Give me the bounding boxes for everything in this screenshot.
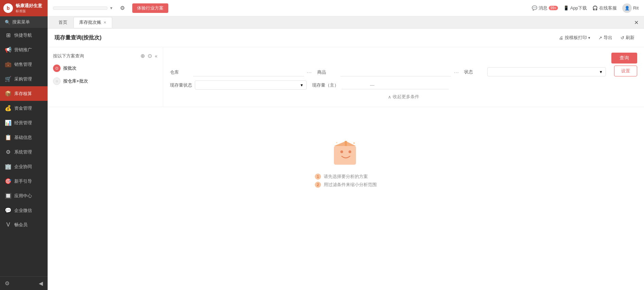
quantity-min-input[interactable] [341,83,369,88]
footer-settings-icon[interactable]: ⚙ [5,280,10,287]
scheme-by-warehouse-batch[interactable]: ○ 按仓库+批次 [48,75,163,88]
empty-tip-2: 2 用过滤条件来缩小分析范围 [315,182,377,188]
sidebar-search[interactable]: 🔍 搜索菜单 [0,16,48,28]
status-select[interactable]: ▾ [487,67,606,76]
warehouse-more-icon[interactable]: ··· [307,69,312,76]
status-field: 状态 ▾ [464,67,606,76]
svg-point-4 [340,150,343,153]
tab-bar: 首页 库存批次账 ✕ ✕ [48,16,644,29]
nav-icon: ⚙ [5,149,12,155]
sidebar-item-appcenter[interactable]: 🔲 应用中心 [0,188,48,203]
tab-panel-close-icon[interactable]: ✕ [634,19,639,25]
query-button[interactable]: 查询 [611,53,637,64]
warehouse-input[interactable] [193,68,304,76]
scheme-inactive-icon: ○ [53,77,61,85]
collapse-more-row[interactable]: ∧ 收起更多条件 [170,92,637,101]
quantity-field: 现存量（主） — [312,81,449,89]
sidebar-item-member[interactable]: V 畅会员 [0,218,48,232]
sidebar-item-inventory[interactable]: 📦 库存核算 [0,86,48,101]
nav-icon: 📦 [5,90,12,97]
app-download-action[interactable]: 📱 App下载 [563,5,587,11]
empty-tip-1: 1 请先选择要分析的方案 [315,174,377,180]
page-header: 现存量查询(按批次) 🖨 按模板打印 ▾ ↗ 导出 ↺ 刷新 [48,29,644,47]
sidebar-header: b 畅康通好生意 标准版 [0,0,48,16]
nav-icon: 🛒 [5,76,12,82]
filter-area: 按以下方案查询 ⊕ ⊙ « ⊙ 按批次 ○ 按仓库+批次 [48,47,644,107]
topbar: ▾ ⚙ 体验行业方案 💬 消息 99+ 📱 App下载 🎧 在线客服 👤 Rit [48,0,644,16]
print-template-btn[interactable]: 🖨 按模板打印 ▾ [556,33,593,42]
inventory-status-dropdown-icon: ▾ [301,83,303,88]
message-action[interactable]: 💬 消息 99+ [532,5,558,11]
sidebar-item-marketing[interactable]: 📢 营销推广 [0,42,48,57]
tab-inventory-batch[interactable]: 库存批次账 ✕ [73,17,112,28]
scheme-active-icon: ⊙ [53,65,61,72]
action-buttons: 查询 设置 [611,53,637,76]
sidebar-item-operations[interactable]: 📊 经营管理 [0,115,48,130]
page-title: 现存量查询(按批次) [54,34,102,41]
empty-tips: 1 请先选择要分析的方案 2 用过滤条件来缩小分析范围 [315,174,377,188]
sidebar-item-enterprise[interactable]: 🏢 企业协同 [0,159,48,174]
trial-industry-btn[interactable]: 体验行业方案 [132,3,168,13]
tab-close-icon[interactable]: ✕ [103,20,106,25]
svg-text:✦: ✦ [336,141,338,144]
topbar-settings-btn[interactable]: ⚙ [115,3,130,13]
nav-icon: 💬 [5,207,12,214]
message-badge: 99+ [549,6,558,10]
scheme-by-batch[interactable]: ⊙ 按批次 [48,62,163,75]
nav-icon: 📋 [5,134,12,141]
app-title: 畅康通好生意 标准版 [16,3,42,13]
topbar-right: 💬 消息 99+ 📱 App下载 🎧 在线客服 👤 Rit [532,3,639,13]
export-icon: ↗ [598,35,602,40]
collapse-scheme-icon[interactable]: « [155,53,157,59]
collapse-chevron-icon: ∧ [388,94,391,99]
headset-icon: 🎧 [592,5,598,11]
sidebar-item-basic[interactable]: 📋 基础信息 [0,130,48,145]
topbar-dropdown-icon[interactable]: ▾ [110,5,113,11]
sidebar-item-newguide[interactable]: 🎯 新手引导 [0,174,48,188]
nav-icon: 📢 [5,47,12,53]
online-service-action[interactable]: 🎧 在线客服 [592,5,617,11]
export-btn[interactable]: ↗ 导出 [596,33,615,42]
product-more-icon[interactable]: ··· [454,69,459,76]
content-area: 现存量查询(按批次) 🖨 按模板打印 ▾ ↗ 导出 ↺ 刷新 [48,29,644,290]
nav-icon: 🏢 [5,163,12,170]
quantity-max-input[interactable] [376,83,403,88]
print-dropdown-icon[interactable]: ▾ [588,36,590,40]
product-input[interactable] [340,68,451,76]
sidebar-nav: ⊞ 快捷导航 📢 营销推广 💼 销售管理 🛒 采购管理 📦 库存核算 💰 资金管… [0,28,48,276]
add-scheme-icon[interactable]: ⊕ [140,53,145,59]
page-actions: 🖨 按模板打印 ▾ ↗ 导出 ↺ 刷新 [556,33,637,42]
sidebar-item-system[interactable]: ⚙ 系统管理 [0,145,48,159]
sidebar-item-finance[interactable]: 💰 资金管理 [0,101,48,115]
sidebar-item-quick-nav[interactable]: ⊞ 快捷导航 [0,28,48,42]
app-logo: b [3,3,13,13]
refresh-btn[interactable]: ↺ 刷新 [618,33,637,42]
sidebar-item-wechat[interactable]: 💬 企业微信 [0,203,48,218]
filter-fields-panel: 仓库 ··· 商品 ··· 状态 ▾ [163,47,644,107]
user-profile[interactable]: 👤 Rit [622,3,639,13]
nav-icon: 💼 [5,61,12,68]
empty-state: ✦ ✦ 1 请先选择要分析的方案 2 用过滤条件来缩小分析范围 [48,107,644,215]
sidebar-item-purchase[interactable]: 🛒 采购管理 [0,72,48,86]
svg-rect-0 [334,146,356,165]
refresh-icon: ↺ [621,35,624,40]
filter-scheme-header: 按以下方案查询 ⊕ ⊙ « [48,51,163,62]
settings-button[interactable]: 设置 [614,66,637,76]
svg-point-5 [349,150,351,153]
phone-icon: 📱 [563,5,569,11]
filter-scheme-panel: 按以下方案查询 ⊕ ⊙ « ⊙ 按批次 ○ 按仓库+批次 [48,47,163,107]
print-icon: 🖨 [559,35,563,40]
inventory-status-select[interactable]: ▾ [195,80,307,90]
topbar-search-input[interactable] [53,6,107,10]
nav-icon: 🎯 [5,178,12,184]
nav-icon: 🔲 [5,193,12,199]
tab-home[interactable]: 首页 [53,17,73,28]
scheme-actions: ⊕ ⊙ « [140,53,157,59]
avatar: 👤 [622,3,632,13]
empty-svg: ✦ ✦ [329,134,363,168]
settings-scheme-icon[interactable]: ⊙ [148,53,152,59]
main-area: ▾ ⚙ 体验行业方案 💬 消息 99+ 📱 App下载 🎧 在线客服 👤 Rit [48,0,644,290]
nav-icon: 💰 [5,105,12,111]
sidebar-item-sales[interactable]: 💼 销售管理 [0,57,48,72]
footer-collapse-icon[interactable]: ◀ [39,280,43,287]
